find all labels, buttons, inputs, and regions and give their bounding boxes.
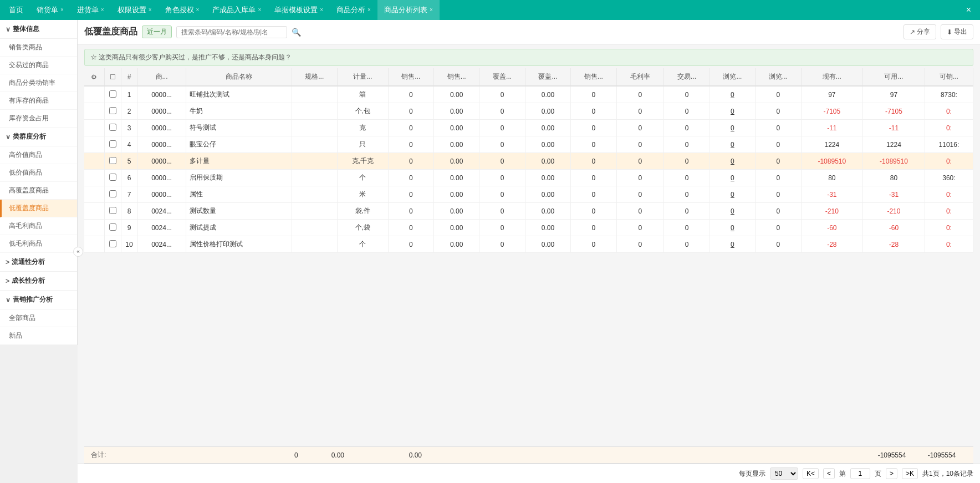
cell-checkbox[interactable]	[104, 203, 121, 220]
row-checkbox[interactable]	[109, 223, 116, 231]
close-icon[interactable]: ×	[149, 0, 152, 20]
cell-browse1[interactable]: 0	[710, 86, 755, 103]
row-checkbox[interactable]	[109, 190, 116, 197]
column-coverage1[interactable]: 覆盖...	[479, 68, 525, 86]
search-icon[interactable]: 🔍	[292, 28, 301, 37]
sidebar-item-high-margin[interactable]: 高毛利商品	[0, 217, 77, 235]
cell-browse1[interactable]: 0	[710, 186, 755, 203]
column-current-stock[interactable]: 现有...	[801, 68, 863, 86]
column-browse1[interactable]: 浏览...	[710, 68, 755, 86]
export-button[interactable]: ⬇ 导出	[941, 24, 973, 39]
cell-checkbox[interactable]	[104, 103, 121, 120]
nav-tab-permissions[interactable]: 权限设置 ×	[111, 0, 159, 20]
nav-tab-sales[interactable]: 销货单 ×	[30, 0, 70, 20]
column-trade[interactable]: 交易...	[664, 68, 710, 86]
sidebar-collapse-button[interactable]: «	[73, 247, 83, 257]
row-checkbox[interactable]	[109, 107, 116, 114]
close-icon[interactable]: ×	[196, 0, 200, 20]
date-filter-button[interactable]: 近一月	[142, 26, 172, 38]
row-checkbox[interactable]	[109, 140, 116, 148]
cell-checkbox[interactable]	[104, 220, 121, 236]
sidebar-section-overall[interactable]: ∨ 整体信息	[0, 20, 77, 39]
sidebar-item-high-value[interactable]: 高价值商品	[0, 146, 77, 164]
column-unit[interactable]: 计量...	[337, 68, 388, 86]
close-icon[interactable]: ×	[258, 0, 261, 20]
sidebar-item-traded-goods[interactable]: 交易过的商品	[0, 57, 77, 74]
next-page-button[interactable]: >	[886, 468, 897, 479]
column-available-stock[interactable]: 可用...	[863, 68, 925, 86]
nav-tab-home[interactable]: 首页	[2, 0, 30, 20]
sidebar-section-growth[interactable]: > 成长性分析	[0, 272, 77, 291]
page-number-input[interactable]	[850, 468, 870, 479]
cell-cov2: 0.00	[525, 103, 570, 120]
close-icon[interactable]: ×	[368, 0, 371, 20]
cell-checkbox[interactable]	[104, 136, 121, 153]
row-checkbox[interactable]	[109, 157, 116, 164]
nav-tab-product-analysis[interactable]: 商品分析 ×	[330, 0, 377, 20]
sidebar-item-stocked-goods[interactable]: 有库存的商品	[0, 92, 77, 110]
row-checkbox[interactable]	[109, 240, 116, 247]
close-icon[interactable]: ×	[60, 0, 64, 20]
cell-checkbox[interactable]	[104, 170, 121, 186]
first-page-button[interactable]: K<	[803, 468, 819, 479]
nav-tab-template[interactable]: 单据模板设置 ×	[268, 0, 330, 20]
cell-checkbox[interactable]	[104, 153, 121, 170]
sidebar-item-low-margin[interactable]: 低毛利商品	[0, 235, 77, 253]
last-page-button[interactable]: >K	[902, 468, 918, 479]
cell-name: 属性价格打印测试	[186, 236, 292, 253]
cell-browse1[interactable]: 0	[710, 170, 755, 186]
cell-browse1[interactable]: 0	[710, 103, 755, 120]
data-table-wrapper[interactable]: ⚙ ☐ # 商... 商品名称 规格... 计量... 销售... 销售... …	[84, 68, 973, 446]
sidebar-section-marketing[interactable]: ∨ 营销推广分析	[0, 291, 77, 309]
cell-checkbox[interactable]	[104, 236, 121, 253]
row-checkbox[interactable]	[109, 207, 116, 214]
cell-browse1[interactable]: 0	[710, 153, 755, 170]
nav-tab-roles[interactable]: 角色授权 ×	[159, 0, 206, 20]
search-input[interactable]	[176, 26, 287, 38]
row-checkbox[interactable]	[109, 174, 116, 181]
per-page-select[interactable]: 50 100 200	[770, 467, 798, 480]
prev-page-button[interactable]: <	[823, 468, 835, 479]
column-sales-amt[interactable]: 销售...	[434, 68, 479, 86]
chevron-right-icon: >	[6, 258, 9, 266]
cell-browse1[interactable]: 0	[710, 120, 755, 136]
column-sales3[interactable]: 销售...	[571, 68, 616, 86]
column-code[interactable]: 商...	[137, 68, 186, 86]
nav-tab-warehouse[interactable]: 产成品入库单 ×	[206, 0, 268, 20]
sidebar-section-cluster[interactable]: ∨ 类群度分析	[0, 128, 77, 146]
column-sellable[interactable]: 可销...	[925, 68, 973, 86]
column-browse2[interactable]: 浏览...	[756, 68, 801, 86]
sidebar-item-high-coverage[interactable]: 高覆盖度商品	[0, 182, 77, 200]
column-checkbox[interactable]: ☐	[104, 68, 121, 86]
column-sales-qty[interactable]: 销售...	[388, 68, 433, 86]
sidebar-item-low-value[interactable]: 低价值商品	[0, 164, 77, 182]
sidebar-item-all-goods[interactable]: 全部商品	[0, 309, 77, 327]
sidebar-item-category-rate[interactable]: 商品分类动销率	[0, 74, 77, 92]
sidebar-item-new-goods[interactable]: 新品	[0, 327, 77, 345]
sidebar-item-sales-goods[interactable]: 销售类商品	[0, 39, 77, 57]
column-settings[interactable]: ⚙	[84, 68, 104, 86]
close-icon[interactable]: ×	[320, 0, 323, 20]
nav-tab-purchase[interactable]: 进货单 ×	[70, 0, 111, 20]
share-button[interactable]: ↗ 分享	[904, 24, 936, 39]
column-name[interactable]: 商品名称	[186, 68, 292, 86]
close-icon[interactable]: ×	[101, 0, 104, 20]
cell-browse1[interactable]: 0	[710, 220, 755, 236]
column-gross-margin[interactable]: 毛利率	[616, 68, 664, 86]
row-checkbox[interactable]	[109, 90, 116, 98]
column-coverage2[interactable]: 覆盖...	[525, 68, 570, 86]
cell-browse1[interactable]: 0	[710, 136, 755, 153]
sidebar-item-capital-usage[interactable]: 库存资金占用	[0, 110, 77, 128]
cell-browse1[interactable]: 0	[710, 203, 755, 220]
cell-checkbox[interactable]	[104, 186, 121, 203]
row-checkbox[interactable]	[109, 124, 116, 131]
window-close-button[interactable]: ×	[959, 5, 978, 15]
cell-checkbox[interactable]	[104, 86, 121, 103]
close-icon[interactable]: ×	[430, 0, 433, 20]
nav-tab-product-analysis-list[interactable]: 商品分析列表 ×	[377, 0, 440, 20]
cell-checkbox[interactable]	[104, 120, 121, 136]
cell-browse1[interactable]: 0	[710, 236, 755, 253]
sidebar-item-low-coverage[interactable]: 低覆盖度商品	[0, 200, 77, 217]
sidebar-section-flow[interactable]: > 流通性分析	[0, 253, 77, 272]
column-spec[interactable]: 规格...	[292, 68, 337, 86]
